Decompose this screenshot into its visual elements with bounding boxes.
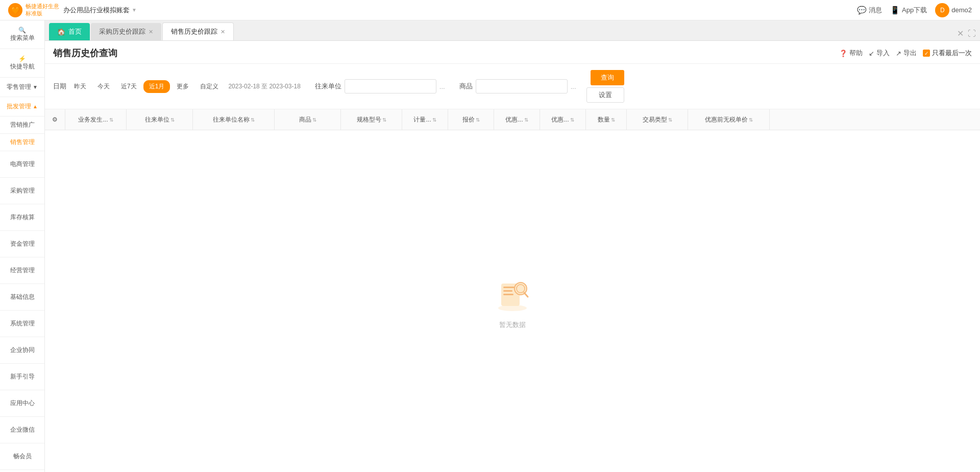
date-btn-today[interactable]: 今天 bbox=[93, 80, 114, 93]
th-spec[interactable]: 规格型号 ⇅ bbox=[341, 109, 402, 130]
sidebar-item-system-label: 系统管理 bbox=[10, 319, 35, 328]
date-btn-7days[interactable]: 近7天 bbox=[116, 80, 141, 93]
username: demo2 bbox=[951, 6, 972, 14]
message-icon: 💬 bbox=[857, 6, 867, 15]
th-trade-type[interactable]: 交易类型 ⇅ bbox=[627, 109, 688, 130]
sidebar-item-appcenter[interactable]: 应用中心 bbox=[0, 390, 44, 417]
svg-rect-3 bbox=[503, 290, 512, 292]
query-button[interactable]: 查询 bbox=[591, 70, 624, 85]
svg-rect-2 bbox=[503, 287, 514, 288]
th-qty-label: 数量 bbox=[598, 115, 610, 124]
empty-state: 暂无数据 bbox=[45, 130, 980, 472]
sidebar-item-marketing[interactable]: 营销推广 bbox=[0, 116, 44, 134]
sidebar-item-quicknav[interactable]: ⚡ 快捷导航 bbox=[0, 49, 44, 78]
date-btn-custom[interactable]: 自定义 bbox=[195, 80, 223, 93]
th-partner-code[interactable]: 往来单位 ⇅ bbox=[127, 109, 193, 130]
app-download-button[interactable]: 📱 App下载 bbox=[890, 6, 927, 15]
th-product[interactable]: 商品 ⇅ bbox=[275, 109, 341, 130]
help-icon: ❓ bbox=[839, 50, 847, 57]
close-all-icon[interactable]: ✕ bbox=[957, 29, 964, 38]
product-label: 商品 bbox=[459, 82, 473, 91]
user-avatar-area[interactable]: D demo2 bbox=[935, 3, 972, 17]
tab-purchase-history-close[interactable]: ✕ bbox=[149, 29, 153, 35]
sidebar-item-sales[interactable]: 销售管理 bbox=[0, 134, 44, 151]
header-left: 🧡 畅捷通好生意 标准版 办公用品行业模拟账套 ▼ bbox=[8, 3, 137, 17]
sidebar-item-wholesale-label: 批发管理 bbox=[7, 102, 31, 111]
th-quote[interactable]: 报价 ⇅ bbox=[448, 109, 494, 130]
help-button[interactable]: ❓ 帮助 bbox=[839, 49, 863, 58]
sidebar-item-purchase[interactable]: 采购管理 bbox=[0, 178, 44, 204]
app-title-dropdown[interactable]: 办公用品行业模拟账套 ▼ bbox=[63, 6, 137, 15]
partner-label: 往来单位 bbox=[315, 82, 341, 91]
page-content: 销售历史价查询 ❓ 帮助 ↙ 导入 ↗ 导出 ✓ bbox=[45, 41, 980, 472]
sort-arrow-business: ⇅ bbox=[109, 117, 113, 123]
app-download-label: App下载 bbox=[902, 6, 927, 15]
partner-filter-group: 往来单位 ... bbox=[315, 79, 445, 93]
tab-sales-history[interactable]: 销售历史价跟踪 ✕ bbox=[162, 22, 234, 40]
export-button[interactable]: ↗ 导出 bbox=[896, 49, 917, 58]
sidebar-item-sales-label: 销售管理 bbox=[10, 138, 35, 147]
th-settings[interactable]: ⚙ bbox=[45, 109, 65, 130]
th-business-date[interactable]: 业务发生... ⇅ bbox=[65, 109, 127, 130]
sidebar-item-finance-label: 资金管理 bbox=[10, 240, 35, 248]
chevron-down-icon-retail: ▼ bbox=[33, 84, 38, 90]
sidebar-item-basics-label: 基础信息 bbox=[10, 293, 35, 301]
tab-home-label: 首页 bbox=[68, 27, 82, 36]
fullscreen-icon[interactable]: ⛶ bbox=[968, 29, 976, 38]
th-pretax[interactable]: 优惠前无税单价 ⇅ bbox=[688, 109, 770, 130]
date-btn-yesterday[interactable]: 昨天 bbox=[69, 80, 91, 93]
sidebar-item-retail[interactable]: 零售管理 ▼ bbox=[0, 78, 44, 97]
sidebar-item-ecommerce[interactable]: 电商管理 bbox=[0, 151, 44, 178]
date-btn-1month[interactable]: 近1月 bbox=[143, 80, 170, 93]
chevron-down-icon: ▼ bbox=[132, 7, 137, 13]
sidebar-item-member[interactable]: 畅会员 bbox=[0, 443, 44, 470]
sidebar-item-operations[interactable]: 经营管理 bbox=[0, 257, 44, 284]
th-partner-code-label: 往来单位 bbox=[145, 115, 169, 124]
only-last-checkbox[interactable]: ✓ 只看最后一次 bbox=[923, 49, 972, 58]
sidebar-item-newbie[interactable]: 新手引导 bbox=[0, 364, 44, 390]
tab-sales-history-close[interactable]: ✕ bbox=[220, 29, 225, 35]
search-icon: 🔍 bbox=[18, 27, 26, 34]
th-partner-name[interactable]: 往来单位名称 ⇅ bbox=[193, 109, 275, 130]
partner-input[interactable] bbox=[345, 79, 436, 93]
settings-button[interactable]: 设置 bbox=[586, 87, 624, 103]
sort-arrow-pretax: ⇅ bbox=[749, 117, 753, 123]
table-header: ⚙ 业务发生... ⇅ 往来单位 ⇅ 往来单位名称 ⇅ bbox=[45, 109, 980, 130]
sidebar-item-wholesale[interactable]: 批发管理 ▲ bbox=[0, 97, 44, 116]
avatar: D bbox=[935, 3, 949, 17]
th-qty[interactable]: 数量 ⇅ bbox=[586, 109, 627, 130]
import-button[interactable]: ↙ 导入 bbox=[869, 49, 890, 58]
sidebar-item-quicknav-label: 快捷导航 bbox=[10, 62, 35, 71]
sidebar-item-appcenter-label: 应用中心 bbox=[10, 399, 35, 408]
sidebar-item-inventory-label: 库存核算 bbox=[10, 213, 35, 222]
th-pretax-label: 优惠前无税单价 bbox=[705, 115, 748, 124]
sidebar-item-finance[interactable]: 资金管理 bbox=[0, 231, 44, 257]
partner-ellipsis[interactable]: ... bbox=[439, 83, 445, 90]
th-discount2-label: 优惠... bbox=[551, 115, 569, 124]
th-discount1[interactable]: 优惠... ⇅ bbox=[494, 109, 540, 130]
sidebar-item-search[interactable]: 🔍 搜索菜单 bbox=[0, 20, 44, 49]
th-discount1-label: 优惠... bbox=[505, 115, 523, 124]
th-unit[interactable]: 计量... ⇅ bbox=[402, 109, 448, 130]
message-button[interactable]: 💬 消息 bbox=[857, 6, 882, 15]
sidebar-item-operations-label: 经营管理 bbox=[10, 266, 35, 275]
sidebar-item-inventory[interactable]: 库存核算 bbox=[0, 204, 44, 231]
date-buttons: 昨天 今天 近7天 近1月 更多 自定义 bbox=[69, 80, 223, 93]
sidebar-item-enterprise[interactable]: 企业协同 bbox=[0, 337, 44, 364]
date-btn-more[interactable]: 更多 bbox=[172, 80, 193, 93]
only-last-label: 只看最后一次 bbox=[932, 49, 972, 58]
product-ellipsis[interactable]: ... bbox=[571, 83, 576, 90]
sidebar-item-basics[interactable]: 基础信息 bbox=[0, 284, 44, 311]
sidebar-item-newbie-label: 新手引导 bbox=[10, 372, 35, 381]
tab-home[interactable]: 🏠 首页 bbox=[49, 23, 90, 40]
checkbox-icon[interactable]: ✓ bbox=[923, 50, 930, 57]
sidebar-item-system[interactable]: 系统管理 bbox=[0, 311, 44, 337]
chevron-up-icon-wholesale: ▲ bbox=[33, 104, 38, 109]
sidebar-item-wechat[interactable]: 企业微信 bbox=[0, 417, 44, 443]
tab-purchase-history[interactable]: 采购历史价跟踪 ✕ bbox=[91, 23, 161, 40]
header-right: 💬 消息 📱 App下载 D demo2 bbox=[857, 3, 972, 17]
product-input[interactable] bbox=[476, 79, 568, 93]
th-discount2[interactable]: 优惠... ⇅ bbox=[540, 109, 586, 130]
th-partner-name-label: 往来单位名称 bbox=[213, 115, 250, 124]
th-trade-type-label: 交易类型 bbox=[643, 115, 667, 124]
